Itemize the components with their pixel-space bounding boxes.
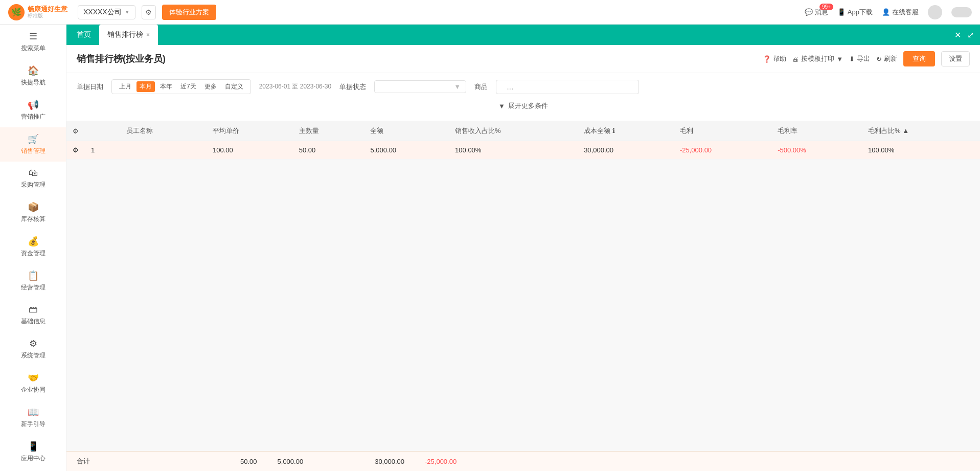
col-gross-rate: 毛利率	[771, 121, 862, 141]
company-name: XXXXX公司	[83, 8, 122, 17]
app-name: 畅康通好生意	[28, 5, 67, 13]
row-amount: 5,000.00	[364, 141, 449, 160]
query-button[interactable]: 查询	[903, 51, 935, 66]
refresh-icon: ↻	[876, 55, 882, 63]
system-icon: ⚙	[29, 338, 37, 349]
date-tab-自定义[interactable]: 自定义	[222, 81, 246, 92]
settings-button[interactable]: 设置	[941, 51, 970, 66]
date-tab-近7天[interactable]: 近7天	[177, 81, 199, 92]
refresh-button[interactable]: ↻ 刷新	[876, 54, 897, 63]
sidebar: ☰搜索菜单🏠快捷导航📢营销推广🛒销售管理🛍采购管理📦库存核算💰资金管理📋经营管理…	[0, 25, 66, 471]
sidebar-item-wechat[interactable]: 💬企业微信	[0, 469, 66, 471]
sidebar-item-purchase[interactable]: 🛍采购管理	[0, 162, 66, 195]
sidebar-item-system[interactable]: ⚙系统管理	[0, 332, 66, 366]
settings-icon[interactable]: ⚙	[142, 5, 156, 19]
goods-select[interactable]: ...	[496, 80, 639, 94]
sidebar-item-inventory[interactable]: 📦库存核算	[0, 195, 66, 230]
base-info-icon: 🗃	[29, 304, 38, 315]
footer-cost: 30,000.00	[375, 458, 404, 465]
sidebar-item-quick-nav[interactable]: 🏠快捷导航	[0, 59, 66, 93]
date-tab-本年[interactable]: 本年	[157, 81, 175, 92]
tab-close-window-icon[interactable]: ✕	[954, 30, 961, 40]
sidebar-item-business[interactable]: 📋经营管理	[0, 264, 66, 298]
sidebar-item-app-center[interactable]: 📱应用中心	[0, 435, 66, 469]
status-chevron-icon: ▼	[454, 83, 461, 91]
sidebar-label-search-order: 搜索菜单	[21, 44, 45, 53]
filter-bar: 单据日期 上月本月本年近7天更多自定义 2023-06-01 至 2023-06…	[66, 73, 980, 121]
sidebar-label-business: 经营管理	[21, 283, 45, 292]
table-row: ⚙ 1 100.00 50.00 5,000.00 100.00% 30,000…	[66, 141, 980, 160]
row-gross-rate: -500.00%	[771, 141, 862, 160]
search-order-icon: ☰	[29, 31, 37, 42]
online-service-item[interactable]: 👤 在线客服	[882, 8, 919, 17]
date-tab-本月[interactable]: 本月	[136, 81, 155, 92]
sidebar-label-inventory: 库存核算	[21, 215, 45, 223]
row-rank: 1	[85, 141, 120, 160]
company-selector[interactable]: XXXXX公司 ▼	[78, 5, 135, 19]
marketing-icon: 📢	[28, 99, 39, 110]
date-tab-上月[interactable]: 上月	[116, 81, 134, 92]
export-icon: ⬇	[849, 55, 855, 63]
sidebar-item-search-order[interactable]: ☰搜索菜单	[0, 25, 66, 59]
finance-icon: 💰	[28, 236, 39, 247]
main-content: 首页 销售排行榜 × ✕ ⤢ 销售排行榜(按业务员) ❓ 帮助 🖨 按模	[66, 25, 980, 471]
sales-icon: 🛒	[28, 133, 39, 145]
print-button[interactable]: 🖨 按模板打印 ▼	[792, 54, 843, 63]
message-item[interactable]: 💬 消息 99+	[805, 8, 828, 17]
sidebar-item-finance[interactable]: 💰资金管理	[0, 230, 66, 264]
tab-close-icon[interactable]: ×	[146, 32, 150, 38]
sidebar-item-sales[interactable]: 🛒销售管理	[0, 127, 66, 162]
sidebar-item-enterprise[interactable]: 🤝企业协同	[0, 366, 66, 400]
sidebar-label-system: 系统管理	[21, 351, 45, 360]
tab-maximize-icon[interactable]: ⤢	[967, 30, 974, 40]
col-cost: 成本全额 ℹ	[578, 121, 674, 141]
tab-bar-right: ✕ ⤢	[954, 30, 978, 40]
chevron-down-icon: ▼	[125, 9, 130, 15]
sidebar-item-base-info[interactable]: 🗃基础信息	[0, 298, 66, 332]
app-sub: 标准版	[28, 13, 67, 19]
tab-home[interactable]: 首页	[69, 25, 99, 45]
tab-sales-ranking[interactable]: 销售排行榜 ×	[99, 25, 158, 45]
date-label: 单据日期	[77, 82, 103, 92]
top-bar: 🌿 畅康通好生意 标准版 XXXXX公司 ▼ ⚙ 体验行业方案 💬 消息 99+…	[0, 0, 980, 25]
sidebar-item-newbie[interactable]: 📖新手引导	[0, 400, 66, 435]
row-sales-pct: 100.00%	[449, 141, 578, 160]
page-actions: ❓ 帮助 🖨 按模板打印 ▼ ⬇ 导出 ↻ 刷新 查询 设置	[763, 51, 970, 66]
sidebar-label-quick-nav: 快捷导航	[21, 78, 45, 87]
user-name	[951, 7, 972, 17]
date-tab-更多[interactable]: 更多	[201, 81, 220, 92]
sidebar-label-newbie: 新手引导	[21, 420, 45, 429]
row-settings[interactable]: ⚙	[66, 141, 85, 160]
goods-label: 商品	[474, 82, 488, 92]
help-icon: ❓	[763, 55, 771, 63]
row-cost: 30,000.00	[578, 141, 674, 160]
export-button[interactable]: ⬇ 导出	[849, 54, 870, 63]
download-icon: 📱	[837, 8, 846, 16]
tab-bar: 首页 销售排行榜 × ✕ ⤢	[66, 25, 980, 45]
enterprise-icon: 🤝	[28, 372, 39, 384]
row-gross: -25,000.00	[674, 141, 771, 160]
goods-more-icon[interactable]: ...	[505, 82, 515, 92]
expand-more-btn[interactable]: ▼ 展开更多条件	[494, 97, 552, 115]
col-settings[interactable]: ⚙	[66, 121, 85, 141]
app-download-item[interactable]: 📱 App下载	[837, 8, 873, 17]
table-area: ⚙ 员工名称 平均单价 主数量 全额 销售收入占比% 成本全额 ℹ 毛利 毛利率…	[66, 121, 980, 451]
print-chevron-icon: ▼	[836, 55, 843, 63]
sidebar-label-enterprise: 企业协同	[21, 386, 45, 394]
col-gross-pct: 毛利占比% ▲	[862, 121, 980, 141]
help-button[interactable]: ❓ 帮助	[763, 54, 786, 63]
sidebar-label-marketing: 营销推广	[21, 113, 45, 121]
sidebar-label-base-info: 基础信息	[21, 317, 45, 326]
message-icon: 💬	[805, 8, 813, 16]
avatar[interactable]	[928, 5, 942, 19]
footer-gross: -25,000.00	[425, 458, 457, 465]
quick-nav-icon: 🏠	[28, 65, 39, 76]
row-main-qty: 50.00	[293, 141, 364, 160]
sidebar-item-marketing[interactable]: 📢营销推广	[0, 93, 66, 127]
col-avg-price: 平均单价	[207, 121, 293, 141]
status-select[interactable]: ▼	[374, 80, 466, 93]
row-name	[120, 141, 207, 160]
business-icon: 📋	[28, 270, 39, 281]
row-avg-price: 100.00	[207, 141, 293, 160]
trial-button[interactable]: 体验行业方案	[162, 5, 216, 20]
